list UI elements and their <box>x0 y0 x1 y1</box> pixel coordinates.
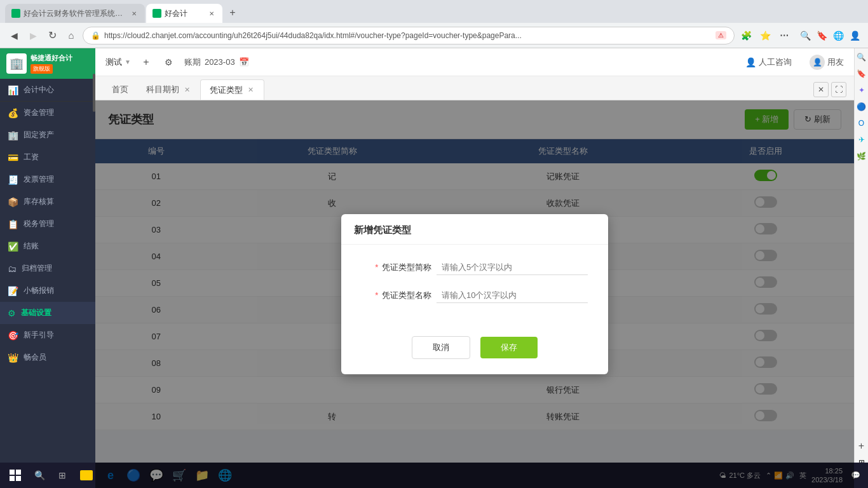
sidebar-item-settings[interactable]: ⚙ 基础设置 <box>0 302 95 324</box>
name-input[interactable] <box>437 288 588 303</box>
svg-rect-2 <box>10 476 15 481</box>
ext-panel-btn-6[interactable]: ✈ <box>855 133 868 146</box>
extensions-button[interactable]: 🧩 <box>738 28 754 43</box>
logo-text: 畅捷通好合计 <box>31 53 72 62</box>
sidebar-item-dashboard[interactable]: 📊 会计中心 <box>0 79 95 102</box>
taskbar-search[interactable]: 🔍 <box>31 466 48 484</box>
tab-close-all-button[interactable]: ✕ <box>813 82 829 97</box>
sidebar-item-guide[interactable]: 🎯 新手引导 <box>0 324 95 346</box>
sidebar-label-settlement: 结账 <box>24 241 39 252</box>
save-button[interactable]: 保存 <box>480 337 538 358</box>
refresh-button[interactable]: ↻ <box>44 28 60 43</box>
modal-header: 新增凭证类型 <box>341 214 608 245</box>
tab2-close[interactable]: ✕ <box>207 9 216 18</box>
tab-subject-label: 科目期初 <box>146 84 179 95</box>
sidebar-label-capital: 资金管理 <box>24 107 54 118</box>
browser-tab-2[interactable]: 好会计 ✕ <box>146 4 222 23</box>
left-sidebar: 🏢 畅捷通好合计 旗舰版 📊 会计中心 💰 资金管理 🏢 固定资产 <box>0 48 95 488</box>
sidebar-item-archive[interactable]: 🗂 归档管理 <box>0 257 95 280</box>
ext-panel-btn-2[interactable]: 🔖 <box>855 67 868 80</box>
favorites-button[interactable]: ⭐ <box>757 28 773 43</box>
sidebar-item-invoice[interactable]: 🧾 发票管理 <box>0 168 95 191</box>
modal-overlay: 新增凭证类型 * 凭证类型简称 <box>95 100 854 488</box>
tab-home[interactable]: 首页 <box>103 79 137 100</box>
member-icon: 👑 <box>8 353 18 363</box>
consult-label: 人工咨询 <box>759 57 792 68</box>
name-required: * <box>375 290 378 300</box>
abbr-input[interactable] <box>437 260 588 275</box>
security-badge: ⚠ <box>715 31 726 39</box>
tab-subject-close[interactable]: ✕ <box>183 85 191 95</box>
consult-icon: 👤 <box>745 57 756 67</box>
modal-title: 新增凭证类型 <box>354 224 411 236</box>
user-button[interactable]: 👤 用友 <box>810 55 844 70</box>
tab-voucher-type[interactable]: 凭证类型 ✕ <box>200 79 264 100</box>
taskbar-start[interactable] <box>5 465 25 485</box>
sidebar-item-capital[interactable]: 💰 资金管理 <box>0 102 95 124</box>
new-tab-button[interactable]: + <box>224 4 241 22</box>
tab-voucher-close[interactable]: ✕ <box>247 85 255 95</box>
sidebar-item-fixed-assets[interactable]: 🏢 固定资产 <box>0 124 95 146</box>
ext-search-icon[interactable]: 🔍 <box>798 29 812 43</box>
ext-panel-btn-3[interactable]: ✦ <box>855 84 868 97</box>
url-bar[interactable]: 🔒 https://cloud2.chanjet.com/accounting/… <box>83 27 735 44</box>
sidebar-item-member[interactable]: 👑 畅会员 <box>0 346 95 369</box>
logo-icon: 🏢 <box>6 53 27 74</box>
abbr-required: * <box>375 262 378 272</box>
form-item-name: * 凭证类型名称 <box>362 288 588 303</box>
user-avatar: 👤 <box>810 55 825 70</box>
settings-icon: ⚙ <box>8 308 16 318</box>
forward-button[interactable]: ▶ <box>25 28 41 43</box>
tab1-title: 好会计云财务软件管理系统_会计 <box>24 8 126 19</box>
tab-maximize-button[interactable]: ⛶ <box>831 82 846 97</box>
company-name: 测试 <box>105 57 122 68</box>
sidebar-logo: 🏢 畅捷通好合计 旗舰版 <box>0 48 95 79</box>
home-button[interactable]: ⌂ <box>64 28 79 43</box>
tab1-close[interactable]: ✕ <box>130 9 139 18</box>
browser-menu-button[interactable]: ⋯ <box>776 28 792 43</box>
company-selector[interactable]: 测试 ▼ <box>105 57 131 68</box>
ext-panel-btn-1[interactable]: 🔍 <box>855 51 868 64</box>
svg-rect-1 <box>16 470 21 475</box>
modal-body: * 凭证类型简称 * 凭证类型名称 <box>341 245 608 331</box>
top-bar: 测试 ▼ + ⚙ 账期 2023-03 📅 👤 人工咨询 👤 用友 <box>95 48 854 76</box>
ext-panel-btn-5[interactable]: O <box>855 117 868 130</box>
cancel-button[interactable]: 取消 <box>412 336 470 359</box>
sidebar-item-inventory[interactable]: 📦 库存核算 <box>0 191 95 213</box>
inventory-icon: 📦 <box>8 197 18 207</box>
period-info: 账期 2023-03 📅 <box>184 57 249 68</box>
taskbar-task-view[interactable]: ⊞ <box>53 466 71 484</box>
settings-gear-button[interactable]: ⚙ <box>161 55 177 70</box>
consult-button[interactable]: 👤 人工咨询 <box>745 57 792 68</box>
sidebar-item-payroll[interactable]: 💳 工资 <box>0 146 95 168</box>
ext-panel-btn-4[interactable]: 🔵 <box>855 100 868 113</box>
sidebar-item-expense[interactable]: 📝 小畅报销 <box>0 280 95 302</box>
ext-panel-btn-7[interactable]: 🌿 <box>855 150 868 163</box>
back-button[interactable]: ◀ <box>6 28 22 43</box>
sidebar-label-expense: 小畅报销 <box>24 285 54 296</box>
sidebar-label-guide: 新手引导 <box>24 330 54 341</box>
settlement-icon: ✅ <box>8 241 18 252</box>
tab2-favicon <box>153 9 161 18</box>
sidebar-label-inventory: 库存核算 <box>24 196 54 207</box>
taskbar-file-explorer[interactable] <box>76 465 97 485</box>
ext-bookmark-icon[interactable]: 🔖 <box>815 29 829 43</box>
sidebar-item-settlement[interactable]: ✅ 结账 <box>0 235 95 257</box>
ext-translate-icon[interactable]: 🌐 <box>831 29 845 43</box>
modal-dialog: 新增凭证类型 * 凭证类型简称 <box>341 214 608 374</box>
ext-person-icon[interactable]: 👤 <box>848 29 862 43</box>
main-content: 凭证类型 + 新增 ↻ 刷新 编号 凭证类型简称 凭证类型名称 是否启用 <box>95 100 854 488</box>
tax-icon: 📋 <box>8 219 18 229</box>
browser-tab-1[interactable]: 好会计云财务软件管理系统_会计 ✕ <box>5 4 145 23</box>
tab-subject-init[interactable]: 科目期初 ✕ <box>137 79 200 100</box>
name-label: * 凭证类型名称 <box>362 290 431 301</box>
add-company-button[interactable]: + <box>139 55 154 70</box>
logo-badge: 旗舰版 <box>31 64 53 74</box>
sidebar-label-dashboard: 会计中心 <box>24 85 54 95</box>
fixed-assets-icon: 🏢 <box>8 130 18 140</box>
period-value: 2023-03 <box>205 57 235 67</box>
sidebar-label-tax: 税务管理 <box>24 219 54 229</box>
ext-panel-btn-plus[interactable]: + <box>855 440 868 452</box>
sidebar-item-tax[interactable]: 📋 税务管理 <box>0 213 95 235</box>
tab-home-label: 首页 <box>112 84 128 95</box>
